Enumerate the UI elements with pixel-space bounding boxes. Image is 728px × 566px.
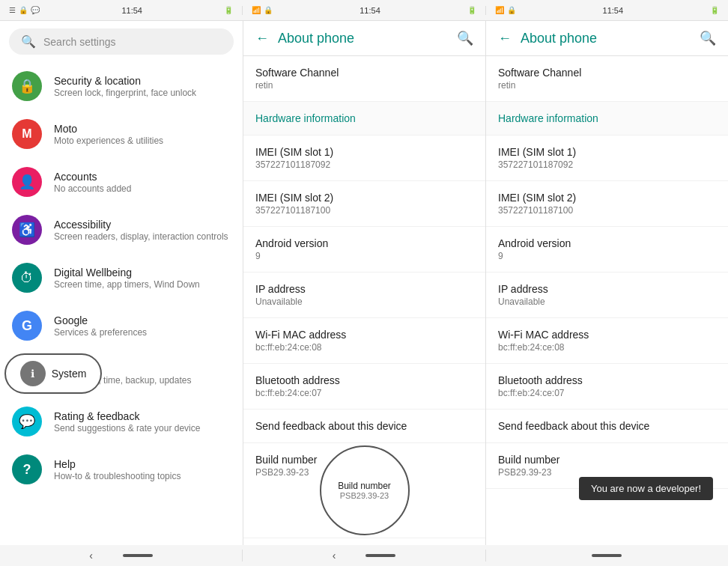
toast-notification: You are now a developer! — [579, 477, 713, 500]
panel-title-1: About phone — [278, 31, 448, 46]
about-software-channel-1[interactable]: Software Channel retin — [243, 56, 485, 102]
navigation-bar: ‹ ‹ — [0, 545, 728, 566]
digital-wellbeing-text: Digital Wellbeing Screen time, app timer… — [54, 267, 231, 290]
about-android-1[interactable]: Android version 9 — [243, 227, 485, 273]
nav-section-right — [486, 554, 728, 557]
settings-item-accounts[interactable]: 👤 Accounts No accounts added — [0, 158, 243, 206]
about-panels: ← About phone 🔍 Software Channel retin H… — [243, 21, 728, 545]
back-nav-left[interactable]: ‹ — [89, 550, 93, 562]
build-number-title-2: Build number — [498, 454, 716, 466]
imei1-title-2: IMEI (SIM slot 1) — [498, 146, 716, 158]
about-android-2[interactable]: Android version 9 — [486, 227, 728, 273]
status-bar: ☰ 🔒 💬 11:54 🔋 📶 🔒 11:54 🔋 📶 🔒 11:54 🔋 — [0, 0, 728, 21]
help-subtitle: How-to & troubleshooting topics — [54, 471, 231, 481]
software-channel-title-1: Software Channel — [255, 67, 473, 79]
accessibility-text: Accessibility Screen readers, display, i… — [54, 219, 231, 242]
security-subtitle: Screen lock, fingerprint, face unlock — [54, 88, 231, 98]
search-placeholder: Search settings — [43, 36, 222, 48]
settings-item-google[interactable]: G Google Services & preferences — [0, 302, 243, 350]
about-wifi-2[interactable]: Wi-Fi MAC address bc:ff:eb:24:ce:08 — [486, 318, 728, 364]
build-number-title-1: Build number — [255, 454, 473, 466]
wifi-value-1: bc:ff:eb:24:ce:08 — [255, 342, 473, 353]
android-title-2: Android version — [498, 237, 716, 249]
rating-icon-circle: 💬 — [12, 407, 42, 436]
imei1-value-1: 357227101187092 — [255, 159, 473, 170]
about-send-feedback-1[interactable]: Send feedback about this device — [243, 410, 485, 443]
accounts-subtitle: No accounts added — [54, 183, 231, 194]
battery-icon-left: 🔋 — [224, 6, 233, 14]
hardware-title-2: Hardware information — [498, 112, 716, 124]
about-panel-2: ← About phone 🔍 Software Channel retin H… — [486, 21, 728, 545]
nav-pill-mid — [365, 554, 395, 557]
moto-subtitle: Moto experiences & utilities — [54, 136, 231, 146]
status-section-left: ☰ 🔒 💬 11:54 🔋 — [0, 6, 243, 15]
android-value-2: 9 — [498, 251, 716, 261]
about-imei1-1[interactable]: IMEI (SIM slot 1) 357227101187092 — [243, 136, 485, 181]
settings-panel: 🔍 Search settings 🔒 Security & location … — [0, 21, 243, 545]
bluetooth-value-1: bc:ff:eb:24:ce:07 — [255, 388, 473, 398]
time-right: 11:54 — [603, 6, 624, 15]
security-title: Security & location — [54, 75, 231, 87]
security-text: Security & location Screen lock, fingerp… — [54, 75, 231, 98]
send-feedback-title-1: Send feedback about this device — [255, 420, 473, 432]
status-section-mid: 📶 🔒 11:54 🔋 — [243, 6, 485, 15]
build-circle-title: Build number — [338, 481, 391, 491]
about-software-channel-2[interactable]: Software Channel retin — [486, 56, 728, 102]
time-left: 11:54 — [121, 6, 142, 15]
settings-item-digital-wellbeing[interactable]: ⏱ Digital Wellbeing Screen time, app tim… — [0, 254, 243, 302]
about-imei2-1[interactable]: IMEI (SIM slot 2) 357227101187100 — [243, 181, 485, 227]
about-imei1-2[interactable]: IMEI (SIM slot 1) 357227101187092 — [486, 136, 728, 181]
build-number-value-1: PSB29.39-23 — [255, 467, 473, 478]
about-build-number-1[interactable]: Build number PSB29.39-23 Build number PS… — [243, 443, 485, 538]
about-send-feedback-2[interactable]: Send feedback about this device — [486, 410, 728, 443]
wifi-value-2: bc:ff:eb:24:ce:08 — [498, 342, 716, 353]
battery-mid: 🔋 — [467, 6, 476, 14]
settings-item-moto[interactable]: M Moto Moto experiences & utilities — [0, 110, 243, 158]
back-button-1[interactable]: ← — [255, 31, 269, 46]
imei2-title-2: IMEI (SIM slot 2) — [498, 192, 716, 204]
ip-value-2: Unavailable — [498, 296, 716, 307]
google-subtitle: Services & preferences — [54, 327, 231, 338]
time-mid: 11:54 — [360, 6, 380, 15]
imei1-value-2: 357227101187092 — [498, 159, 716, 170]
bluetooth-value-2: bc:ff:eb:24:ce:07 — [498, 388, 716, 398]
about-bluetooth-1[interactable]: Bluetooth address bc:ff:eb:24:ce:07 — [243, 364, 485, 410]
ip-title-2: IP address — [498, 283, 716, 295]
settings-item-security[interactable]: 🔒 Security & location Screen lock, finge… — [0, 62, 243, 110]
digital-wellbeing-title: Digital Wellbeing — [54, 267, 231, 279]
search-button-2[interactable]: 🔍 — [700, 30, 716, 46]
settings-item-accessibility[interactable]: ♿ Accessibility Screen readers, display,… — [0, 206, 243, 254]
moto-icon-circle: M — [12, 119, 42, 149]
imei2-title-1: IMEI (SIM slot 2) — [255, 192, 473, 204]
lock-icon-mid: 🔒 — [264, 6, 273, 14]
security-icon-circle: 🔒 — [12, 71, 42, 101]
google-title: Google — [54, 314, 231, 326]
settings-item-rating[interactable]: 💬 Rating & feedback Send suggestions & r… — [0, 398, 243, 445]
rating-text: Rating & feedback Send suggestions & rat… — [54, 410, 231, 433]
about-hardware-header-2: Hardware information — [486, 102, 728, 136]
back-button-2[interactable]: ← — [498, 31, 512, 46]
nav-pill-left — [123, 554, 153, 557]
rating-subtitle: Send suggestions & rate your device — [54, 423, 231, 433]
search-button-1[interactable]: 🔍 — [457, 30, 473, 46]
back-nav-mid[interactable]: ‹ — [333, 550, 336, 562]
wifi-title-2: Wi-Fi MAC address — [498, 329, 716, 341]
about-bluetooth-2[interactable]: Bluetooth address bc:ff:eb:24:ce:07 — [486, 364, 728, 410]
message-icon: 💬 — [31, 6, 40, 14]
search-bar[interactable]: 🔍 Search settings — [9, 28, 234, 55]
about-imei2-2[interactable]: IMEI (SIM slot 2) 357227101187100 — [486, 181, 728, 227]
help-title: Help — [54, 458, 231, 470]
settings-item-help[interactable]: ? Help How-to & troubleshooting topics — [0, 445, 243, 493]
bluetooth-title-2: Bluetooth address — [498, 374, 716, 386]
accessibility-icon-circle: ♿ — [12, 215, 42, 245]
about-ip-1[interactable]: IP address Unavailable — [243, 273, 485, 318]
nav-section-left: ‹ — [0, 550, 243, 562]
main-container: 🔍 Search settings 🔒 Security & location … — [0, 21, 728, 545]
about-hardware-header-1: Hardware information — [243, 102, 485, 136]
accessibility-title: Accessibility — [54, 219, 231, 231]
imei2-value-2: 357227101187100 — [498, 205, 716, 216]
settings-item-system[interactable]: ℹ System ℹ System Languages, time, backu… — [0, 350, 243, 398]
about-ip-2[interactable]: IP address Unavailable — [486, 273, 728, 318]
about-wifi-1[interactable]: Wi-Fi MAC address bc:ff:eb:24:ce:08 — [243, 318, 485, 364]
android-title-1: Android version — [255, 237, 473, 249]
